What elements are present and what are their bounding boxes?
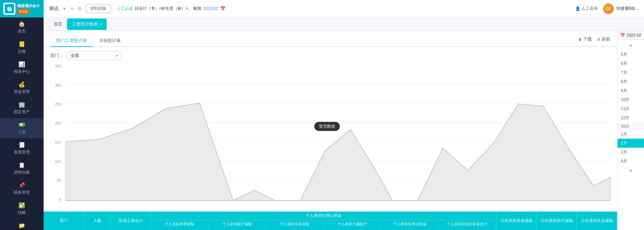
sidebar-item-archive[interactable]: 📁 归档管理 — [0, 219, 44, 230]
dept-select[interactable]: 全部 部门1 部门2 — [67, 51, 120, 60]
th-subtotal: 个人承担社保公积金合计 — [439, 220, 496, 230]
sidebar-item-label: 报表中心 — [14, 69, 30, 75]
period-label: 账期 — [193, 6, 201, 11]
month-3[interactable]: 3月 — [618, 148, 644, 157]
th-major-medical: 个人承担大额医疗 — [324, 220, 381, 230]
sidebar-item-invoice[interactable]: 🧾 发票管理 — [0, 138, 44, 158]
month-12[interactable]: 12月 — [618, 113, 644, 123]
y-axis: 350 300 250 200 150 100 50 0 — [50, 64, 64, 201]
closing-icon: ✅ — [18, 202, 25, 209]
funds-icon: 💰 — [18, 81, 25, 88]
certified-tag: ✓已认证 — [117, 6, 133, 11]
date-nav-bottom: ▼ — [618, 166, 644, 176]
month-2-active[interactable]: 2月 — [618, 139, 644, 148]
switch-version-button[interactable]: 切到旧版 — [86, 4, 111, 13]
date-nav-down[interactable]: ▼ — [618, 167, 644, 175]
sidebar-item-label: 工资 — [18, 129, 26, 135]
home-icon: 🏠 — [18, 21, 25, 27]
tab-dept-salary[interactable]: 部门工资统计表 — [50, 35, 93, 47]
y-label-200: 200 — [55, 121, 61, 125]
content-area: 部门工资统计表 月份统计表 ⬇ 下载 ↺ 刷新 — [44, 31, 644, 230]
tax-icon: 📌 — [18, 182, 25, 188]
current-period: 2023.02 — [627, 33, 641, 38]
service-icon: 👤 — [575, 6, 580, 11]
month-4[interactable]: 4月 — [618, 157, 644, 166]
th-group-cells: 个人承担养老保险 个人承担医疗保险 个人承担失业保险 个人承担大额医疗 个人承担 — [151, 220, 496, 230]
refresh-button[interactable]: ↺ 刷新 — [597, 36, 610, 42]
y-label-100: 100 — [55, 159, 61, 164]
invoice-icon: 🧾 — [18, 142, 25, 148]
month-10[interactable]: 10月 — [618, 95, 644, 104]
topbar-tags: ✓已认证 好会计（专）+好生意（标）+... 账期 2023-02 📅 — [117, 6, 225, 11]
sidebar-item-label: 发票管理 — [14, 149, 30, 155]
table-header: 部门 人数 应发工资合计 个人承担社保公积金 个人承担养老保险 — [44, 212, 617, 230]
sidebar-item-funds[interactable]: 💰 资金管理 — [0, 78, 44, 98]
sidebar-item-closing[interactable]: ✅ 结账 — [0, 199, 44, 219]
service-button[interactable]: 👤 人工咨询 — [575, 6, 598, 11]
year-label-2023: 2023 — [618, 123, 644, 130]
sidebar: 畅 畅捷通好会计 专业版 🏠 首页 📒 总账 📊 报表中心 💰 资金管理 🏢 固… — [0, 0, 44, 230]
sub-tabs: 部门工资统计表 月份统计表 ⬇ 下载 ↺ 刷新 — [44, 31, 617, 47]
ledger-icon: 📒 — [18, 41, 25, 47]
sales-icon: 📋 — [18, 162, 25, 168]
sidebar-item-tax[interactable]: 📌 税务管理 — [0, 179, 44, 199]
month-11[interactable]: 11月 — [618, 104, 644, 113]
sidebar-item-ledger[interactable]: 📒 总账 — [0, 38, 44, 58]
add-icon[interactable]: + — [70, 6, 73, 12]
th-dept: 部门 — [44, 212, 84, 230]
topbar-right: 👤 人工咨询 CE 轻捷通B组... — [575, 3, 639, 14]
y-label-300: 300 — [55, 83, 61, 87]
archive-icon: 📁 — [18, 222, 25, 229]
service-label: 人工咨询 — [582, 6, 598, 11]
tab-bar: 首页 工资统计报表 × — [44, 17, 644, 31]
month-1[interactable]: 1月 — [618, 130, 644, 139]
sidebar-item-home[interactable]: 🏠 首页 — [0, 17, 44, 38]
month-8[interactable]: 8月 — [618, 77, 644, 86]
refresh-icon: ↺ — [597, 37, 600, 42]
month-9[interactable]: 9月 — [618, 86, 644, 95]
y-label-350: 350 — [55, 64, 61, 68]
main-area: 测试 ▼ + ⚙ 切到旧版 ✓已认证 好会计（专）+好生意（标）+... 账期 … — [44, 0, 644, 230]
date-nav-up[interactable]: ▲ — [618, 41, 644, 49]
dept-select-wrapper: 全部 部门1 部门2 ▾ — [67, 51, 120, 60]
sidebar-item-reports[interactable]: 📊 报表中心 — [0, 58, 44, 78]
sidebar-item-sales[interactable]: 📋 进销台账 — [0, 158, 44, 179]
th-corp-pension: 公司承担养老保险 — [496, 212, 537, 230]
svg-text:畅: 畅 — [7, 6, 12, 12]
y-label-50: 50 — [57, 178, 61, 182]
company-title: 测试 — [49, 6, 58, 12]
right-panel: 📅 2023.02 ▲ 5月 6月 7月 8月 9月 10月 11月 12月 2… — [617, 31, 644, 230]
tab-salary-report[interactable]: 工资统计报表 × — [67, 18, 107, 30]
tab-close-icon[interactable]: × — [100, 22, 102, 26]
sidebar-item-assets[interactable]: 🏢 固定资产 — [0, 98, 44, 118]
month-5[interactable]: 5月 — [618, 50, 644, 59]
sidebar-item-label: 资金管理 — [14, 89, 30, 95]
chart-area: 350 300 250 200 150 100 50 0 — [44, 64, 617, 212]
assets-icon: 🏢 — [18, 101, 25, 108]
th-corp-unemployment: 公司承担失业保险 — [577, 212, 617, 230]
app-logo: 畅 畅捷通好会计 专业版 — [0, 0, 44, 17]
calendar-icon[interactable]: 📅 — [220, 6, 225, 11]
settings-gear-icon[interactable]: ⚙ — [77, 6, 82, 11]
sidebar-item-salary[interactable]: 💵 工资 — [0, 118, 44, 138]
download-button[interactable]: ⬇ 下载 — [578, 36, 592, 42]
download-icon: ⬇ — [578, 37, 582, 42]
month-6[interactable]: 6月 — [618, 59, 644, 68]
th-unemployment: 个人承担失业保险 — [266, 220, 324, 230]
tab-monthly-salary[interactable]: 月份统计表 — [93, 35, 127, 47]
toolbar: 部门： 全部 部门1 部门2 ▾ — [44, 47, 617, 64]
chart-container: 350 300 250 200 150 100 50 0 — [50, 64, 610, 212]
dropdown-arrow-icon: ▼ — [62, 6, 66, 11]
topbar: 测试 ▼ + ⚙ 切到旧版 ✓已认证 好会计（专）+好生意（标）+... 账期 … — [44, 0, 644, 17]
user-name: 轻捷通B组... — [616, 6, 639, 11]
th-personal-group: 个人承担社保公积金 个人承担养老保险 个人承担医疗保险 个人承担失业保险 — [151, 212, 496, 230]
sidebar-nav: 🏠 首页 📒 总账 📊 报表中心 💰 资金管理 🏢 固定资产 💵 工资 🧾 发票… — [0, 17, 44, 230]
sidebar-item-label: 固定资产 — [14, 109, 30, 115]
tab-home[interactable]: 首页 — [49, 18, 67, 30]
month-7[interactable]: 7月 — [618, 68, 644, 77]
th-medical: 个人承担医疗保险 — [209, 220, 266, 230]
y-label-150: 150 — [55, 140, 61, 144]
th-housing: 个人承担住房公积金 — [381, 220, 439, 230]
date-header: 📅 2023.02 — [618, 31, 644, 40]
user-info: CE 轻捷通B组... — [603, 3, 639, 14]
